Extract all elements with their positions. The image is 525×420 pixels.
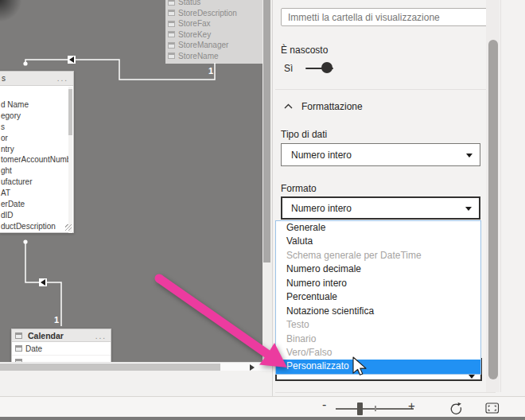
card-resize-handle[interactable] xyxy=(65,224,72,231)
products-table-card[interactable]: s ... d Name egory s or ntry tomerAccoun… xyxy=(0,71,74,233)
field-label[interactable]: ufacturer xyxy=(0,177,68,188)
card-scrollbar[interactable] xyxy=(68,87,72,233)
dropdown-caret-icon xyxy=(466,154,472,158)
format-option[interactable]: Numero intero xyxy=(276,277,480,290)
table-row[interactable] xyxy=(12,356,111,362)
card-header[interactable]: s ... xyxy=(0,72,73,86)
format-option: Schema generale per DateTime xyxy=(276,249,480,262)
hidden-toggle-knob[interactable] xyxy=(321,62,332,73)
data-type-dropdown[interactable]: Numero intero xyxy=(281,143,480,166)
table-row[interactable]: Date xyxy=(12,342,111,356)
format-value: Numero intero xyxy=(291,203,352,214)
field-label: Date xyxy=(25,344,42,353)
field-label[interactable]: or xyxy=(0,133,68,144)
zoom-slider-tick xyxy=(375,406,376,411)
fit-to-screen-icon[interactable] xyxy=(485,402,500,417)
format-option[interactable]: Notazione scientifica xyxy=(276,305,480,318)
scroll-right-arrow-icon[interactable] xyxy=(250,364,255,371)
zoom-out-button[interactable]: - xyxy=(322,398,326,412)
format-option: Testo xyxy=(276,318,480,332)
table-name: Calendar xyxy=(28,331,64,340)
format-option[interactable]: Generale xyxy=(276,221,480,235)
field-list: d Name egory s or ntry tomerAccountNumbe… xyxy=(0,86,68,232)
horizontal-scrollbar-thumb[interactable] xyxy=(0,364,220,371)
card-header[interactable]: Calendar ... xyxy=(12,329,111,342)
format-option[interactable]: Percentuale xyxy=(276,290,480,304)
data-type-label: Tipo di dati xyxy=(281,129,327,140)
field-label[interactable]: dID xyxy=(0,210,68,221)
properties-pane: Cartella di visualizzazione È nascosto S… xyxy=(272,0,525,396)
relationship-one-label: 1 xyxy=(208,66,213,76)
format-options-list: Generale Valuta Schema generale per Date… xyxy=(275,220,481,375)
card-scrollbar-thumb[interactable] xyxy=(68,89,72,135)
format-option[interactable]: Numero decimale xyxy=(276,262,480,276)
section-divider xyxy=(275,89,496,90)
canvas-horizontal-scrollbar[interactable] xyxy=(0,362,272,371)
format-label: Formato xyxy=(281,183,317,194)
calendar-table-card[interactable]: Calendar ... Date xyxy=(11,329,111,362)
format-option-selected[interactable]: Personalizzato xyxy=(276,360,480,373)
zoom-slider-thumb[interactable] xyxy=(357,402,363,415)
field-label[interactable]: tomerAccountNumber xyxy=(0,154,68,165)
format-option: Binario xyxy=(276,332,480,346)
dropdown-caret-icon xyxy=(465,207,472,211)
format-option[interactable]: Valuta xyxy=(276,235,480,248)
canvas-vertical-scrollbar[interactable] xyxy=(262,0,272,362)
is-hidden-label: È nascosto xyxy=(281,45,328,56)
display-folder-input[interactable] xyxy=(281,8,488,26)
field-label[interactable]: d Name xyxy=(0,99,68,111)
field-label[interactable]: erDate xyxy=(0,199,68,210)
format-option: Vero/Falso xyxy=(276,346,480,360)
table-name-fragment: s xyxy=(2,74,6,83)
pane-bottom-divider xyxy=(275,392,496,393)
table-field-icon xyxy=(15,345,22,352)
powerbi-window: { "colors": { "accent_blue": "#2191f3", … xyxy=(0,0,525,420)
dropdown-caret-icon xyxy=(469,375,475,379)
relationship-one-label: 1 xyxy=(54,315,59,325)
formatting-section-header[interactable]: Formattazione xyxy=(301,101,363,112)
card-menu-button[interactable]: ... xyxy=(57,74,68,83)
pane-right-separator xyxy=(500,0,501,392)
relationship-many-arrow-icon xyxy=(68,56,76,64)
status-zoom-bar: - + xyxy=(0,396,525,417)
format-dropdown[interactable]: Numero intero xyxy=(281,196,480,220)
display-folder-label-clipped: Cartella di visualizzazione xyxy=(281,0,440,2)
table-icon xyxy=(15,332,22,339)
model-view-canvas[interactable]: Status StoreDescription StoreFax StoreKe… xyxy=(0,0,272,362)
field-label[interactable]: ductDescription xyxy=(0,221,68,232)
window-bottom-border xyxy=(0,417,525,420)
vertical-scrollbar-thumb[interactable] xyxy=(263,0,270,262)
canvas-lower-margin xyxy=(0,371,272,396)
zoom-in-button[interactable]: + xyxy=(408,399,415,412)
field-label[interactable]: AT xyxy=(0,188,68,199)
field-label[interactable]: s xyxy=(0,122,68,133)
field-label[interactable]: ght xyxy=(0,165,68,177)
data-type-value: Numero intero xyxy=(291,150,352,161)
pane-scrollbar-thumb[interactable] xyxy=(488,40,498,379)
relationship-many-arrow-icon xyxy=(39,278,47,286)
toggle-value-label: Sì xyxy=(284,63,293,74)
field-label[interactable]: ntry xyxy=(0,144,68,155)
field-label[interactable]: egory xyxy=(0,111,68,122)
card-menu-button[interactable]: ... xyxy=(95,332,107,340)
collapse-section-chevron-icon[interactable] xyxy=(284,103,293,109)
